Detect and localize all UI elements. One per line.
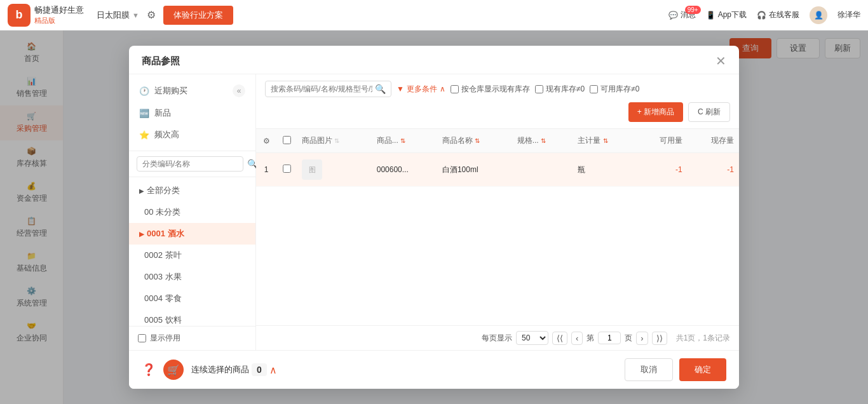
page-input[interactable] — [598, 332, 621, 344]
frequent-icon: ⭐ — [139, 130, 149, 140]
col-stock[interactable]: 现存量 — [688, 129, 739, 153]
help-icon[interactable]: ❓ — [142, 363, 156, 377]
store-selector[interactable]: 日太阳膜 ▼ — [97, 10, 139, 21]
footer-count: 0 — [252, 363, 267, 376]
modal-body: 🕐 近期购买 « 🆕 新品 ⭐ 频次高 — [129, 74, 739, 350]
cat-item-alcohol[interactable]: ▶ 0001 酒水 — [129, 223, 255, 245]
per-page-label: 每页显示 — [482, 333, 512, 344]
gear-icon[interactable]: ⚙ — [147, 9, 156, 21]
cell-stock: -1 — [688, 153, 739, 187]
toolbar-right: + 新增商品 C 刷新 — [628, 102, 730, 122]
service-item[interactable]: 🎧 在线客服 — [757, 10, 799, 20]
add-product-btn[interactable]: + 新增商品 — [628, 102, 683, 122]
app-download-item[interactable]: 📱 App下载 — [706, 10, 747, 20]
modal-header: 商品参照 ✕ — [129, 46, 739, 74]
col-name[interactable]: 商品名称 ⇅ — [437, 129, 512, 153]
cell-unit: 瓶 — [573, 153, 635, 187]
modal-pagination: 每页显示 50 100 ⟨⟨ ‹ 第 页 › ⟩⟩ 共1页，1条记录 — [256, 325, 739, 350]
headset-icon: 🎧 — [757, 11, 766, 20]
cat-item-snack[interactable]: 0004 零食 — [129, 288, 255, 309]
cancel-button[interactable]: 取消 — [625, 358, 673, 381]
trial-btn[interactable]: 体验行业方案 — [163, 6, 233, 25]
page-next-btn[interactable]: › — [636, 332, 648, 345]
modal-left-panel: 🕐 近期购买 « 🆕 新品 ⭐ 频次高 — [129, 74, 256, 350]
col-image: 商品图片 ⇅ — [297, 129, 372, 153]
page-info: 共1页，1条记录 — [676, 333, 730, 344]
cat-item-beverage[interactable]: 0005 饮料 — [129, 309, 255, 326]
page-prev-btn[interactable]: ‹ — [571, 332, 583, 345]
message-icon: 💬 — [668, 11, 678, 20]
modal-overlay: 商品参照 ✕ 🕐 近期购买 « 🆕 — [0, 30, 868, 404]
show-disabled-checkbox[interactable] — [138, 334, 146, 342]
col-settings: ⚙ — [256, 129, 276, 153]
col-unit[interactable]: 主计量 ⇅ — [573, 129, 635, 153]
modal-right-panel: 🔍 ▼ 更多条件 ∧ 按仓库显示现有库存 — [256, 74, 739, 350]
footer-collapse-icon[interactable]: ∧ — [269, 364, 277, 376]
cell-checkbox[interactable] — [276, 153, 297, 187]
topnav: b 畅捷通好生意 精品版 日太阳膜 ▼ ⚙ 体验行业方案 💬 99+ 消息 📱 … — [0, 0, 868, 30]
recent-icon: 🕐 — [139, 86, 149, 96]
close-icon[interactable]: ✕ — [715, 55, 726, 67]
page-last-btn[interactable]: ⟩⟩ — [652, 332, 667, 345]
show-disabled-area: 显示停用 — [129, 326, 255, 350]
search-icon[interactable]: 🔍 — [375, 84, 386, 94]
checkbox-warehouse[interactable]: 按仓库显示现有库存 — [451, 84, 530, 95]
search-box: 🔍 — [265, 81, 391, 97]
page-first-btn[interactable]: ⟨⟨ — [552, 332, 567, 345]
col-spec[interactable]: 规格... ⇅ — [512, 129, 573, 153]
refresh-btn[interactable]: C 刷新 — [688, 102, 730, 122]
brand-logo: b — [8, 4, 31, 27]
cell-code: 000600... — [372, 153, 437, 187]
mobile-icon: 📱 — [706, 11, 715, 20]
filter-btn[interactable]: ▼ 更多条件 ∧ — [397, 84, 445, 95]
search-input[interactable] — [271, 84, 372, 93]
modal-title: 商品参照 — [142, 55, 180, 67]
cat-search-area: 🔍 — [129, 151, 255, 177]
cell-num: 1 — [256, 153, 276, 187]
chevron-down-icon: ▼ — [132, 11, 139, 19]
nav-badge: 99+ — [685, 6, 701, 14]
cat-arrow-alcohol: ▶ — [139, 231, 144, 238]
username: 徐泽华 — [837, 10, 860, 20]
cell-available: -1 — [635, 153, 687, 187]
checkbox-available[interactable]: 现有库存≠0 — [535, 84, 585, 95]
table-row[interactable]: 1 图 000600... 白酒100ml 瓶 -1 — [256, 153, 739, 187]
footer-right: 取消 确定 — [625, 358, 726, 381]
cat-arrow-all: ▶ — [139, 187, 144, 194]
quick-item-recent[interactable]: 🕐 近期购买 « — [129, 79, 255, 102]
modal-footer: ❓ 🛒 连续选择的商品 0 ∧ 取消 确定 — [129, 350, 739, 389]
per-page-select[interactable]: 50 100 — [516, 331, 548, 345]
modal-table-wrap: ⚙ 商品图片 ⇅ 商品... ⇅ 商品名称 ⇅ 规格... ⇅ 主计量 ⇅ 可用… — [256, 129, 739, 325]
modal-toolbar: 🔍 ▼ 更多条件 ∧ 按仓库显示现有库存 — [256, 74, 739, 129]
footer-cart[interactable]: 🛒 — [163, 360, 184, 380]
quick-items: 🕐 近期购买 « 🆕 新品 ⭐ 频次高 — [129, 74, 255, 151]
collapse-btn[interactable]: « — [233, 84, 245, 97]
quick-item-frequent[interactable]: ⭐ 频次高 — [129, 124, 255, 145]
cat-item-uncategorized[interactable]: 00 未分类 — [129, 201, 255, 223]
modal: 商品参照 ✕ 🕐 近期购买 « 🆕 — [129, 46, 739, 389]
col-checkbox — [276, 129, 297, 153]
nav-right: 💬 99+ 消息 📱 App下载 🎧 在线客服 👤 徐泽华 — [668, 6, 860, 24]
col-available[interactable]: 可用量 — [635, 129, 687, 153]
cat-item-all[interactable]: ▶ 全部分类 — [129, 180, 255, 201]
cat-item-tea[interactable]: 0002 茶叶 — [129, 245, 255, 266]
footer-continuous: 连续选择的商品 0 ∧ — [191, 363, 277, 376]
checkbox-usable[interactable]: 可用库存≠0 — [590, 84, 639, 95]
quick-item-new[interactable]: 🆕 新品 — [129, 102, 255, 124]
new-icon: 🆕 — [139, 109, 149, 118]
message-icon-item[interactable]: 💬 99+ 消息 — [668, 10, 696, 20]
cat-list: ▶ 全部分类 00 未分类 ▶ 0001 酒水 0002 茶叶 — [129, 177, 255, 326]
cell-spec — [512, 153, 573, 187]
cat-item-fruit[interactable]: 0003 水果 — [129, 266, 255, 288]
confirm-button[interactable]: 确定 — [679, 358, 726, 381]
cell-image: 图 — [297, 153, 372, 187]
page-label: 第 — [587, 333, 594, 344]
brand-text: 畅捷通好生意 精品版 — [34, 5, 84, 25]
page-suffix: 页 — [625, 333, 632, 344]
cat-search-input[interactable] — [137, 156, 243, 172]
user-avatar: 👤 — [810, 6, 827, 24]
filter-icon: ▼ — [397, 84, 404, 93]
cell-name: 白酒100ml — [437, 153, 512, 187]
col-code[interactable]: 商品... ⇅ — [372, 129, 437, 153]
